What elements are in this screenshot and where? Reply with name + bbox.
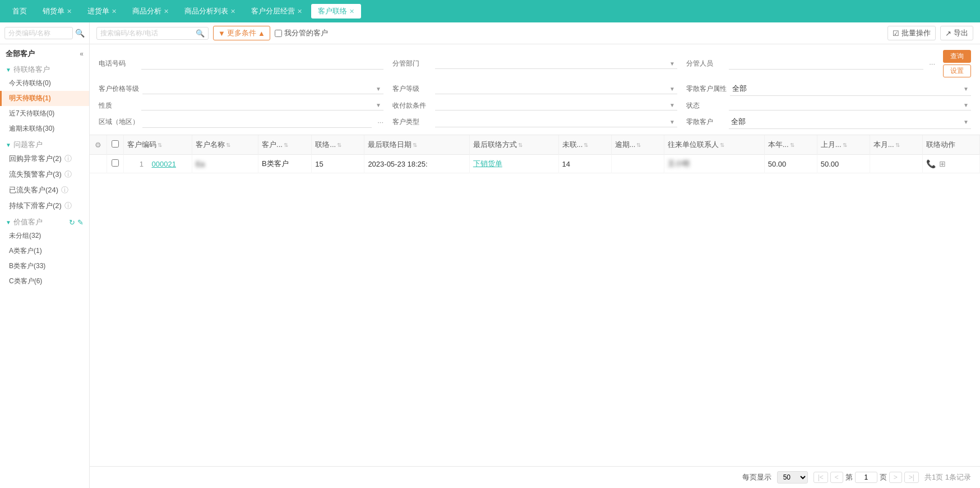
close-purchase-order-icon[interactable]: ✕: [112, 8, 117, 15]
query-button[interactable]: 查询: [943, 50, 971, 63]
first-page-btn[interactable]: |<: [813, 472, 828, 483]
sort-icon[interactable]: ⇅: [158, 142, 162, 148]
triangle-icon: ▼: [6, 67, 11, 73]
close-product-analysis-icon[interactable]: ✕: [164, 8, 169, 15]
nav-product-analysis[interactable]: 商品分析 ✕: [126, 4, 175, 19]
sidebar-item-overdue-contact[interactable]: 逾期未联络(30): [0, 121, 89, 136]
sidebar-item-b-class[interactable]: B类客户(33): [0, 259, 89, 274]
group-pending-contact[interactable]: ▼ 待联络客户: [0, 61, 89, 76]
refresh-icon[interactable]: ↻: [69, 218, 75, 227]
table-footer: 每页显示 50 100 200 |< < 第 页 > >| 共1页 1条记录: [90, 466, 980, 488]
col-contact-action: 联络动作: [922, 135, 979, 155]
nav-purchase-order[interactable]: 进货单 ✕: [81, 4, 123, 19]
nav-sales-order[interactable]: 销货单 ✕: [36, 4, 78, 19]
phone-action-icon[interactable]: 📞: [926, 159, 936, 168]
price-level-select[interactable]: ▼: [142, 84, 383, 94]
nav-home[interactable]: 首页: [6, 4, 34, 19]
action-icons-group: 📞 ⊞: [926, 159, 976, 168]
sort-icon-12[interactable]: ⇅: [895, 142, 900, 148]
sidebar-item-repurchase-abnormal[interactable]: 回购异常客户(2) ⓘ: [0, 151, 89, 167]
collapse-icon[interactable]: «: [80, 50, 84, 58]
search-icon[interactable]: 🔍: [196, 29, 205, 38]
batch-operation-btn[interactable]: ☑ 批量操作: [887, 26, 936, 40]
group-problem-customers[interactable]: ▼ 问题客户: [0, 136, 89, 151]
phone-input[interactable]: [141, 58, 383, 70]
sidebar-item-tomorrow-contact[interactable]: 明天待联络(1): [0, 91, 89, 106]
sidebar-item-c-class[interactable]: C类客户(6): [0, 274, 89, 289]
sidebar-search-input[interactable]: [4, 27, 73, 39]
nav-customer-contact[interactable]: 客户联络 ✕: [311, 4, 361, 19]
set-button[interactable]: 设置: [943, 65, 971, 77]
manager-input[interactable]: [729, 58, 923, 70]
sidebar-item-today-contact[interactable]: 今天待联络(0): [0, 76, 89, 91]
sort-icon-7[interactable]: ⇅: [584, 142, 588, 148]
filter-retail-customer: 零散客户 全部 ▼: [686, 115, 971, 129]
sort-icon-11[interactable]: ⇅: [843, 142, 847, 148]
row-checkbox[interactable]: [107, 155, 123, 173]
sort-icon-4[interactable]: ⇅: [337, 142, 341, 148]
customer-level-select[interactable]: ▼: [435, 84, 677, 94]
all-customers-header[interactable]: 全部客户 «: [0, 44, 89, 61]
sidebar-item-ungrouped[interactable]: 未分组(32): [0, 228, 89, 243]
payment-terms-select[interactable]: ▼: [435, 100, 677, 111]
select-all-checkbox[interactable]: [112, 140, 119, 148]
sort-icon-3[interactable]: ⇅: [284, 142, 288, 148]
search-input[interactable]: [100, 29, 193, 37]
page-number-input[interactable]: [855, 472, 877, 483]
last-page-btn[interactable]: >|: [904, 472, 919, 483]
nav-product-analysis-list[interactable]: 商品分析列表 ✕: [178, 4, 242, 19]
sort-icon-5[interactable]: ⇅: [413, 142, 417, 148]
sort-icon-9[interactable]: ⇅: [720, 142, 724, 148]
close-customer-segmentation-icon[interactable]: ✕: [297, 8, 302, 15]
prev-page-btn[interactable]: <: [830, 472, 843, 483]
sidebar-search-icon[interactable]: 🔍: [75, 29, 85, 38]
sidebar-item-a-class[interactable]: A类客户(1): [0, 243, 89, 259]
sidebar-item-declining[interactable]: 持续下滑客户(2) ⓘ: [0, 198, 89, 214]
filter-right-actions: ☑ 批量操作 ↗ 导出: [887, 26, 973, 40]
filter-phone: 电话号码: [99, 50, 383, 77]
status-select[interactable]: ▼: [729, 100, 971, 111]
page-size-select[interactable]: 50 100 200: [777, 471, 808, 484]
retail-customer-select[interactable]: 全部 ▼: [729, 115, 971, 129]
edit-icon[interactable]: ✎: [77, 218, 84, 227]
region-dots-btn[interactable]: ···: [377, 118, 383, 126]
contact-count-cell: 15: [312, 155, 364, 173]
checkbox-column-header[interactable]: [107, 135, 123, 155]
chevron-down-icon-8: ▼: [669, 119, 675, 125]
no-contact-days-cell: 14: [558, 155, 611, 173]
sort-icon-6[interactable]: ⇅: [518, 142, 523, 148]
gear-column-header[interactable]: ⚙: [90, 135, 107, 155]
close-sales-order-icon[interactable]: ✕: [67, 8, 72, 15]
this-year-cell: 50.00: [764, 155, 817, 173]
info-icon-4: ⓘ: [64, 201, 72, 210]
col-contact-count: 联络... ⇅: [312, 135, 364, 155]
col-last-month: 上月... ⇅: [817, 135, 870, 155]
close-product-analysis-list-icon[interactable]: ✕: [230, 8, 235, 15]
my-customers-checkbox[interactable]: 我分管的客户: [275, 28, 328, 38]
my-customers-check[interactable]: [275, 30, 282, 37]
sidebar-item-7day-contact[interactable]: 近7天待联络(0): [0, 106, 89, 121]
nature-select[interactable]: ▼: [141, 100, 383, 111]
sort-icon-10[interactable]: ⇅: [790, 142, 794, 148]
retail-attr-select[interactable]: 全部 ▼: [730, 82, 971, 96]
nav-customer-segmentation[interactable]: 客户分层经营 ✕: [244, 4, 309, 19]
filter-nature: 性质 ▼: [99, 100, 383, 111]
manager-dots-btn[interactable]: ···: [929, 59, 935, 68]
customer-type-select[interactable]: ▼: [435, 117, 677, 127]
sidebar-item-churn-warning[interactable]: 流失预警客户(3) ⓘ: [0, 167, 89, 182]
last-contact-method-link[interactable]: 下销货单: [473, 159, 502, 168]
close-customer-contact-icon[interactable]: ✕: [349, 8, 354, 15]
customer-code-link[interactable]: 000021: [151, 160, 175, 168]
dept-select[interactable]: ▼: [435, 59, 677, 69]
next-page-btn[interactable]: >: [889, 472, 902, 483]
chevron-down-icon-5: ▼: [376, 102, 381, 108]
row-select-checkbox[interactable]: [112, 159, 119, 167]
grid-action-icon[interactable]: ⊞: [939, 159, 946, 168]
more-conditions-btn[interactable]: ▼ 更多条件 ▲: [213, 26, 270, 40]
group-value-customers[interactable]: ▼ 价值客户 ↻ ✎: [0, 214, 89, 228]
sort-icon-2[interactable]: ⇅: [226, 142, 230, 148]
export-btn[interactable]: ↗ 导出: [940, 26, 973, 40]
sort-icon-8[interactable]: ⇅: [636, 142, 641, 148]
sidebar-item-churned[interactable]: 已流失客户(24) ⓘ: [0, 182, 89, 198]
region-input[interactable]: [142, 116, 372, 128]
